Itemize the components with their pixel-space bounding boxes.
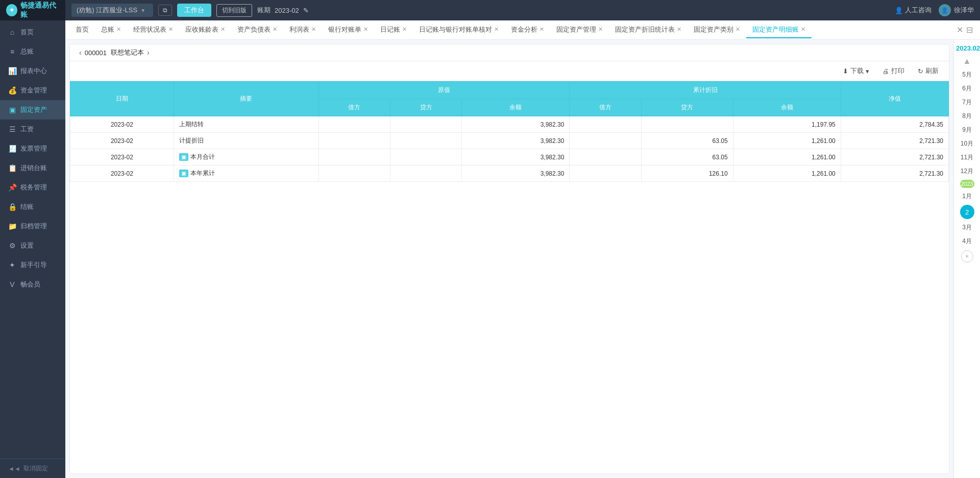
sub-tab-prev-btn[interactable]: ‹: [76, 47, 85, 58]
tab-ab-close[interactable]: ✕: [273, 26, 277, 33]
timeline-month-3[interactable]: 3月: [954, 221, 980, 234]
tab-journal[interactable]: 日记账 ✕: [374, 22, 413, 38]
tab-profit[interactable]: 利润表 ✕: [283, 22, 322, 38]
workbench-btn[interactable]: 工作台: [177, 4, 211, 17]
download-btn[interactable]: ⬇ 下载 ▾: [839, 64, 873, 78]
content-area: ‹ 000001 联想笔记本 › ⬇ 下载 ▾ 🖨: [65, 40, 980, 478]
logo-icon: ✦: [6, 4, 17, 16]
timeline-month-7[interactable]: 7月: [954, 95, 980, 109]
tab-fm-close[interactable]: ✕: [598, 26, 603, 33]
tab-fc-close[interactable]: ✕: [736, 26, 740, 33]
sidebar-item-fund[interactable]: 💰 资金管理: [0, 81, 65, 100]
sidebar-nav: ⌂ 首页 ≡ 总账 📊 报表中心 💰 资金管理 ▣ 固定资产 ☰ 工资 🧾 发票…: [0, 20, 65, 459]
th-original-value: 原值: [318, 82, 570, 99]
tab-fd-close[interactable]: ✕: [677, 26, 681, 33]
sidebar-label-payroll: 工资: [20, 125, 34, 134]
tab-bank-stmt[interactable]: 银行对账单 ✕: [322, 22, 374, 38]
asset-name: 联想笔记本: [111, 48, 144, 57]
timeline-active-month[interactable]: 2: [960, 205, 974, 219]
copy-btn[interactable]: ⧉: [158, 5, 172, 16]
support-icon: 👤: [895, 7, 903, 14]
header-right: 👤 人工咨询 👤 徐泽华: [895, 4, 974, 16]
tab-fixed-dep[interactable]: 固定资产折旧统计表 ✕: [609, 22, 688, 38]
edit-period-icon[interactable]: ✎: [303, 7, 309, 14]
sidebar-item-settings[interactable]: ⚙ 设置: [0, 236, 65, 255]
timeline-month-6[interactable]: 6月: [954, 82, 980, 95]
tab-fa-close[interactable]: ✕: [540, 26, 544, 33]
tab-ops-close[interactable]: ✕: [168, 26, 173, 33]
sub-tab-next-btn[interactable]: ›: [144, 47, 153, 58]
sidebar-item-sales[interactable]: 📋 进销台账: [0, 158, 65, 178]
fixed-icon: ▣: [8, 106, 16, 114]
timeline-month-4[interactable]: 4月: [954, 234, 980, 248]
sidebar-item-home[interactable]: ⌂ 首页: [0, 22, 65, 42]
timeline-month-5[interactable]: 5月: [954, 68, 980, 82]
sidebar-item-reports[interactable]: 📊 报表中心: [0, 61, 65, 81]
sub-tab-asset[interactable]: 000001 联想笔记本: [85, 48, 144, 57]
sub-tabs-bar: ‹ 000001 联想笔记本 ›: [69, 44, 949, 61]
tab-asset-balance[interactable]: 资产负债表 ✕: [231, 22, 283, 38]
close-all-icon[interactable]: ✕: [957, 25, 963, 35]
company-selector[interactable]: (劝勉) 江西服业-LSS ▼: [71, 4, 153, 17]
timeline-year-top[interactable]: 2023.02: [954, 42, 980, 55]
archive-icon: 📁: [8, 222, 16, 230]
user-menu[interactable]: 👤 徐泽华: [939, 4, 974, 16]
tab-ledger-label: 总账: [101, 25, 114, 34]
cancel-fixed-label: 取消固定: [23, 464, 48, 473]
switch-version-btn[interactable]: 切到旧版: [216, 4, 252, 17]
tab-home[interactable]: 首页: [69, 22, 95, 38]
print-btn[interactable]: 🖨 打印: [878, 64, 909, 78]
refresh-icon: ↻: [918, 67, 923, 75]
sidebar-item-closing[interactable]: 🔒 结账: [0, 197, 65, 217]
tab-home-label: 首页: [76, 25, 89, 34]
toolbar: ⬇ 下载 ▾ 🖨 打印 ↻ 刷新: [69, 61, 949, 81]
timeline-month-10[interactable]: 10月: [954, 137, 980, 151]
tab-bank-close[interactable]: ✕: [363, 26, 368, 33]
timeline-month-1[interactable]: 1月: [954, 189, 980, 203]
tab-bank-label: 银行对账单: [328, 25, 361, 34]
vip-icon: V: [8, 280, 16, 289]
closing-icon: 🔒: [8, 203, 16, 211]
timeline-month-11[interactable]: 11月: [954, 151, 980, 164]
timeline-circle-btn[interactable]: +: [961, 250, 973, 262]
timeline-up-btn[interactable]: ▲: [961, 55, 973, 68]
sidebar-item-tax[interactable]: 📌 税务管理: [0, 178, 65, 197]
cancel-fixed-btn[interactable]: ◄◄ 取消固定: [0, 459, 65, 478]
avatar-icon: 👤: [941, 7, 948, 14]
timeline-month-9[interactable]: 9月: [954, 123, 980, 137]
support-btn[interactable]: 👤 人工咨询: [895, 6, 932, 15]
header: (劝勉) 江西服业-LSS ▼ ⧉ 工作台 切到旧版 账期 2023-02 ✎ …: [65, 0, 980, 20]
tab-fdet-close[interactable]: ✕: [801, 26, 805, 33]
tab-fixed-mgmt[interactable]: 固定资产管理 ✕: [550, 22, 609, 38]
th-net-value: 净值: [841, 82, 948, 116]
refresh-btn[interactable]: ↻ 刷新: [914, 64, 943, 78]
timeline-month-12[interactable]: 12月: [954, 164, 980, 178]
tab-journal-bank-check[interactable]: 日记账与银行对账单核对 ✕: [413, 22, 505, 38]
tab-fixed-detail[interactable]: 固定资产明细账 ✕: [746, 22, 812, 38]
tab-journal-close[interactable]: ✕: [402, 26, 407, 33]
sidebar-item-guide[interactable]: ✦ 新手引导: [0, 255, 65, 275]
sidebar-item-vip[interactable]: V 畅会员: [0, 275, 65, 294]
tab-jbc-close[interactable]: ✕: [494, 26, 499, 33]
right-timeline: 2023.02 ▲ 5月 6月 7月 8月 9月 10月 11月 12月 202…: [953, 40, 980, 478]
sidebar-item-invoice[interactable]: 🧾 发票管理: [0, 139, 65, 158]
sidebar-item-payroll[interactable]: ☰ 工资: [0, 119, 65, 139]
th-yuanzhi-balance: 余额: [462, 99, 570, 116]
tab-ledger[interactable]: 总账 ✕: [95, 22, 127, 38]
tab-ar-close[interactable]: ✕: [220, 26, 225, 33]
sidebar-item-ledger[interactable]: ≡ 总账: [0, 42, 65, 61]
tab-ar-aging[interactable]: 应收账龄表 ✕: [179, 22, 231, 38]
tab-ledger-close[interactable]: ✕: [116, 26, 121, 33]
tabs-menu-icon[interactable]: ⊟: [966, 25, 973, 35]
tab-fixed-cat[interactable]: 固定资产类别 ✕: [688, 22, 746, 38]
timeline-month-8[interactable]: 8月: [954, 109, 980, 123]
table-wrapper: 日期 摘要 原值 累计折旧 净值 借方 贷方 余额 借方 贷方 余额: [69, 81, 949, 474]
tab-ops-status[interactable]: 经营状况表 ✕: [127, 22, 179, 38]
tab-fund-analysis[interactable]: 资金分析 ✕: [505, 22, 550, 38]
sidebar-item-archive[interactable]: 📁 归档管理: [0, 217, 65, 236]
tab-profit-close[interactable]: ✕: [311, 26, 316, 33]
tax-icon: 📌: [8, 183, 16, 192]
sidebar-label-home: 首页: [20, 28, 34, 37]
reports-icon: 📊: [8, 67, 16, 75]
sidebar-item-fixed[interactable]: ▣ 固定资产: [0, 100, 65, 119]
